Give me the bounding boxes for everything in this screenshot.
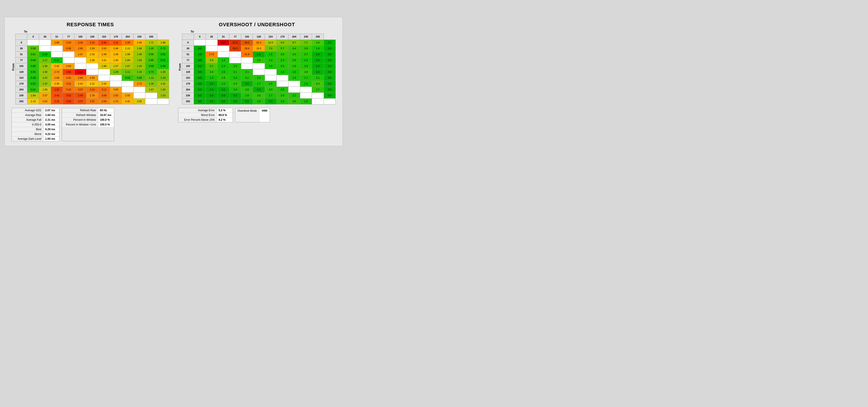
cell: 2.8 — [217, 75, 229, 81]
table-row: 1020.05.11.42.31.62.52.81.80.00.0 — [182, 63, 336, 69]
cell: 0.0 — [312, 63, 324, 69]
table-row: 2040.611.963.543.103.073.103.122.651.671… — [16, 87, 169, 92]
cell: 3.49 — [74, 92, 86, 98]
cell — [288, 87, 300, 92]
stats-value: 100.0 % — [98, 122, 114, 127]
col-header-77: 77 — [63, 34, 74, 39]
cell: 1.96 — [39, 87, 51, 92]
stats-label: Refresh Rate — [62, 108, 98, 113]
cell — [300, 87, 312, 92]
row-header-204: 204 — [16, 87, 27, 92]
cell: 1.2 — [217, 81, 229, 87]
col-header-0: 0 — [27, 34, 39, 39]
cell: 3.46 — [98, 39, 110, 45]
col-header-179: 179 — [276, 34, 288, 39]
overshoot-to-label: To — [191, 30, 336, 33]
cell — [39, 39, 51, 45]
cell: 89.8 — [217, 39, 229, 45]
cell — [51, 45, 63, 51]
stats-label: Percent In Window — [62, 118, 98, 122]
cell — [206, 39, 217, 45]
cell — [63, 51, 74, 57]
overshoot-table: 0265177102128153179204230255089.861.039.… — [182, 34, 336, 104]
stats-value: 5.2 % — [217, 108, 232, 113]
cell: 3.3 — [229, 81, 241, 87]
cell — [63, 57, 74, 63]
cell — [51, 51, 63, 57]
col-header-204: 204 — [288, 34, 300, 39]
table-row: 2300.00.00.00.01.93.51.72.92.20.0 — [182, 92, 336, 98]
stats-label: Average Dark Level — [12, 136, 43, 141]
cell — [265, 69, 276, 75]
cell: 3.43 — [51, 92, 63, 98]
cell: 2.85 — [74, 45, 86, 51]
table-row: 1280.03.41.52.12.11.41.53.80.00.0 — [182, 69, 336, 75]
cell: 0.0 — [229, 98, 241, 104]
stats-row: Best0.29 ms — [12, 127, 59, 132]
cell — [74, 57, 86, 63]
cell: 0.0 — [206, 92, 217, 98]
response-times-to-label: To — [24, 30, 169, 33]
cell: 2.22 — [86, 81, 98, 87]
cell: 31.8 — [241, 51, 253, 57]
col-header-230: 230 — [300, 34, 312, 39]
cell: 2.8 — [288, 63, 300, 69]
cell — [98, 69, 110, 75]
cell — [194, 39, 206, 45]
cell: 39.6 — [241, 39, 253, 45]
stats-row: Average Error5.2 % — [178, 108, 232, 113]
cell: 0.55 — [27, 69, 39, 75]
cell: 3.12 — [98, 87, 110, 92]
col-header-179: 179 — [110, 34, 122, 39]
cell: 3.04 — [74, 39, 86, 45]
cell: 0.0 — [241, 81, 253, 87]
cell: 2.59 — [86, 45, 98, 51]
cell — [217, 45, 229, 51]
cell: 1.47 — [39, 81, 51, 87]
cell: 19.3 — [253, 45, 265, 51]
table-row: 1530.481.522.682.922.842.690.640.881.121… — [16, 75, 169, 81]
cell: 1.2 — [300, 81, 312, 87]
cell — [206, 45, 217, 51]
table-row: 1790.521.472.393.012.422.222.342.721.341… — [16, 81, 169, 87]
response-times-section: RESPONSE TIMES From To 02651771021281531… — [11, 22, 169, 141]
cell: 2.65 — [110, 87, 122, 92]
cell: 1.11 — [122, 69, 133, 75]
stats-label: Best — [12, 127, 43, 132]
cell: 0.0 — [194, 63, 206, 69]
col-header-153: 153 — [265, 34, 276, 39]
cell: 1.84 — [27, 92, 39, 98]
cell: 2.82 — [110, 92, 122, 98]
cell: 2.7 — [300, 51, 312, 57]
cell — [98, 75, 110, 81]
cell: 0.81 — [27, 51, 39, 57]
corner-header — [182, 34, 194, 39]
cell: 1.49 — [133, 51, 145, 57]
table-row: 260.054.329.619.37.65.74.43.91.40.0 — [182, 45, 336, 51]
stats-label: 0-255-0 — [12, 122, 43, 127]
cell: 1.9 — [288, 75, 300, 81]
stats-value: 16.67 ms — [98, 113, 114, 117]
col-header-26: 26 — [206, 34, 217, 39]
cell: 1.84 — [122, 57, 133, 63]
cell: 2.64 — [63, 63, 74, 69]
cell — [229, 51, 241, 57]
col-header-51: 51 — [51, 34, 63, 39]
cell: 0.0 — [265, 98, 276, 104]
overshoot-matrix-area: From To 0265177102128153179204230255089.… — [178, 30, 336, 104]
col-header-26: 26 — [39, 34, 51, 39]
cell: 2.62 — [39, 98, 51, 104]
cell: 2.1 — [312, 75, 324, 81]
col-header-204: 204 — [122, 34, 133, 39]
response-times-stats-area: Average G2G2.07 msAverage Rise1.84 msAve… — [11, 108, 169, 141]
cell: 1.5 — [265, 51, 276, 57]
cell: 2.34 — [98, 81, 110, 87]
cell: 0.0 — [194, 87, 206, 92]
cell: 0.0 — [324, 87, 336, 92]
cell: 2.63 — [98, 45, 110, 51]
cell — [133, 87, 145, 92]
cell: 2.7 — [312, 87, 324, 92]
row-header-51: 51 — [182, 51, 194, 57]
cell: 2.96 — [63, 45, 74, 51]
stats-value: 4.22 ms — [43, 132, 59, 136]
